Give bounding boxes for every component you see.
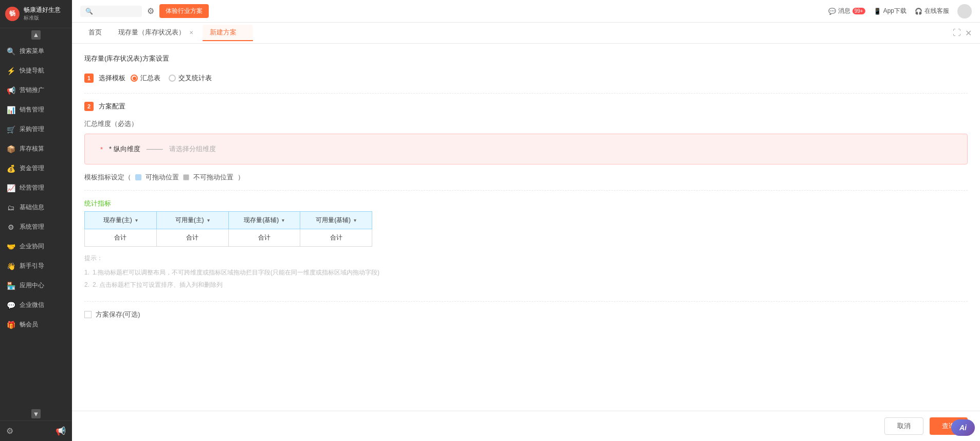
headset-icon: 🎧 (915, 8, 922, 15)
maximize-icon[interactable]: ⛶ (953, 28, 961, 38)
sidebar-item-label-management: 经营管理 (20, 183, 44, 192)
save-checkbox[interactable] (84, 311, 92, 318)
radio-summary-table[interactable]: 汇总表 (131, 74, 160, 83)
section-2-config: 2 方案配置 汇总维度（必选） * * 纵向维度 —— 请选择分组维度 模板指标… (84, 102, 968, 291)
online-service-button[interactable]: 🎧 在线客服 (915, 7, 949, 15)
sidebar-item-app-center[interactable]: 🏪 应用中心 (0, 276, 72, 296)
section-1-title: 选择模板 (99, 74, 125, 83)
industry-solution-button[interactable]: 体验行业方案 (159, 4, 209, 18)
stats-header-col-3[interactable]: 现存量(基辅) ▾ (228, 212, 300, 229)
tab-inventory-close[interactable]: ✕ (188, 30, 194, 35)
sidebar-item-label-guide: 新手引导 (20, 262, 44, 270)
page-title: 现存量(库存状况表)方案设置 (84, 54, 968, 63)
finance-icon: 💰 (6, 164, 15, 173)
metrics-config-suffix: ） (238, 173, 244, 182)
purchase-icon: 🛒 (6, 125, 15, 134)
sidebar-nav: 🔍 搜索菜单 ⚡ 快捷导航 📢 营销推广 📊 销售管理 🛒 采购管理 📦 库存核… (0, 42, 72, 407)
tab-inventory-status[interactable]: 现存量（库存状况表） ✕ (110, 23, 203, 43)
speaker-icon[interactable]: 📢 (56, 426, 66, 436)
settings-gear-icon[interactable]: ⚙ (147, 6, 154, 16)
sidebar-item-wechat[interactable]: 💬 企业微信 (0, 296, 72, 315)
stats-header-col-4[interactable]: 可用量(基辅) ▾ (300, 212, 372, 229)
message-badge: 99+ (852, 8, 865, 14)
tab-home[interactable]: 首页 (80, 23, 110, 43)
col-2-dropdown-icon[interactable]: ▾ (207, 217, 210, 223)
app-center-icon: 🏪 (6, 281, 15, 290)
no-drag-badge (183, 174, 189, 180)
sidebar-item-finance[interactable]: 💰 资金管理 (0, 159, 72, 178)
main-area: 🔍 ⚙ 体验行业方案 💬 消息 99+ 📱 App下载 🎧 在线客服 (72, 0, 980, 441)
sidebar-item-inventory[interactable]: 📦 库存核算 (0, 139, 72, 159)
radio-summary-label: 汇总表 (140, 74, 160, 83)
message-label: 消息 (838, 7, 850, 15)
sidebar-item-system[interactable]: ⚙ 系统管理 (0, 217, 72, 237)
sidebar-item-vip[interactable]: 🎁 畅会员 (0, 315, 72, 335)
dimension-inner: * * 纵向维度 —— 请选择分组维度 (100, 144, 952, 154)
system-icon: ⚙ (6, 223, 15, 232)
col-1-dropdown-icon[interactable]: ▾ (135, 217, 138, 223)
section-1-num: 1 (84, 74, 94, 83)
sidebar-item-label-cooperation: 企业协同 (20, 242, 44, 251)
stats-header-col-1[interactable]: 现存量(主) ▾ (85, 212, 157, 229)
topbar-search-box[interactable]: 🔍 (80, 6, 142, 17)
sidebar-item-label-basic-info: 基础信息 (20, 203, 44, 212)
col-3-dropdown-icon[interactable]: ▾ (282, 217, 284, 223)
dimension-box[interactable]: * * 纵向维度 —— 请选择分组维度 (84, 134, 968, 164)
topbar-left: 🔍 ⚙ 体验行业方案 (80, 4, 209, 18)
tab-new-plan-close[interactable]: ✕ (240, 30, 246, 35)
no-drag-label: 不可拖动位置 (193, 173, 233, 182)
ai-badge[interactable]: Ai (951, 419, 975, 436)
stats-header-col-2[interactable]: 可用量(主) ▾ (156, 212, 228, 229)
tip-1-num: 1. (84, 266, 89, 279)
sidebar-item-label-wechat: 企业微信 (20, 301, 44, 309)
vip-icon: 🎁 (6, 320, 15, 329)
radio-cross-label: 交叉统计表 (178, 74, 212, 83)
search-icon: 🔍 (85, 8, 93, 15)
metrics-divider (84, 190, 968, 191)
tip-1: 1. 1.拖动标题栏可以调整布局，不可跨维度或指标区域拖动拦目字段(只能在同一维… (84, 266, 968, 279)
close-tab-icon[interactable]: ✕ (965, 28, 972, 38)
sidebar-item-label-vip: 畅会员 (20, 320, 38, 329)
dimension-label: 汇总维度（必选） (84, 119, 968, 128)
app-download-label: App下载 (883, 7, 906, 15)
app-name: 畅康通好生意 (24, 6, 61, 14)
section-divider-1 (84, 93, 968, 94)
cancel-button[interactable]: 取消 (884, 417, 923, 435)
scroll-up-button[interactable]: ▲ (31, 30, 41, 40)
cooperation-icon: 🤝 (6, 242, 15, 251)
app-edition: 标准版 (24, 14, 61, 22)
scroll-down-button[interactable]: ▼ (31, 409, 41, 418)
app-logo-icon: 畅 (5, 7, 20, 21)
topbar-right: 💬 消息 99+ 📱 App下载 🎧 在线客服 (828, 4, 972, 19)
tabs-controls: ⛶ ✕ (953, 28, 972, 38)
sidebar-item-purchase[interactable]: 🛒 采购管理 (0, 120, 72, 139)
sidebar-item-guide[interactable]: 👋 新手引导 (0, 256, 72, 276)
sidebar-item-management[interactable]: 📈 经营管理 (0, 178, 72, 198)
section-1-template: 1 选择模板 汇总表 交叉统计表 (84, 74, 968, 83)
message-button[interactable]: 💬 消息 99+ (828, 7, 865, 15)
sidebar-item-label-marketing: 营销推广 (20, 86, 44, 95)
sidebar-item-sales[interactable]: 📊 销售管理 (0, 100, 72, 120)
settings-icon[interactable]: ⚙ (6, 426, 13, 436)
tab-new-plan[interactable]: 新建方案 ✕ (203, 25, 253, 41)
marketing-icon: 📢 (6, 86, 15, 95)
sidebar-item-cooperation[interactable]: 🤝 企业协同 (0, 237, 72, 256)
tip-1-text: 1.拖动标题栏可以调整布局，不可跨维度或指标区域拖动拦目字段(只能在同一维度或指… (93, 266, 379, 279)
app-download-button[interactable]: 📱 App下载 (874, 7, 906, 15)
user-avatar[interactable] (957, 4, 972, 19)
radio-cross-table[interactable]: 交叉统计表 (169, 74, 212, 83)
col-2-label: 可用量(主) (175, 216, 204, 225)
col-1-label: 现存量(主) (103, 216, 132, 225)
sidebar-item-search[interactable]: 🔍 搜索菜单 (0, 42, 72, 61)
sidebar-item-quick-nav[interactable]: ⚡ 快捷导航 (0, 61, 72, 81)
col-4-dropdown-icon[interactable]: ▾ (354, 217, 356, 223)
sidebar-item-marketing[interactable]: 📢 营销推广 (0, 81, 72, 100)
basic-info-icon: 🗂 (6, 203, 15, 212)
save-label: 方案保存(可选) (96, 310, 140, 319)
col-4-label: 可用量(基辅) (316, 216, 351, 225)
radio-summary-circle (131, 75, 138, 82)
sidebar-item-label-quick-nav: 快捷导航 (20, 66, 44, 75)
stats-cell-1: 合计 (85, 229, 157, 247)
sidebar-item-basic-info[interactable]: 🗂 基础信息 (0, 198, 72, 217)
tip-2: 2. 2. 点击标题栏下拉可设置排序、插入列和删除列 (84, 279, 968, 291)
